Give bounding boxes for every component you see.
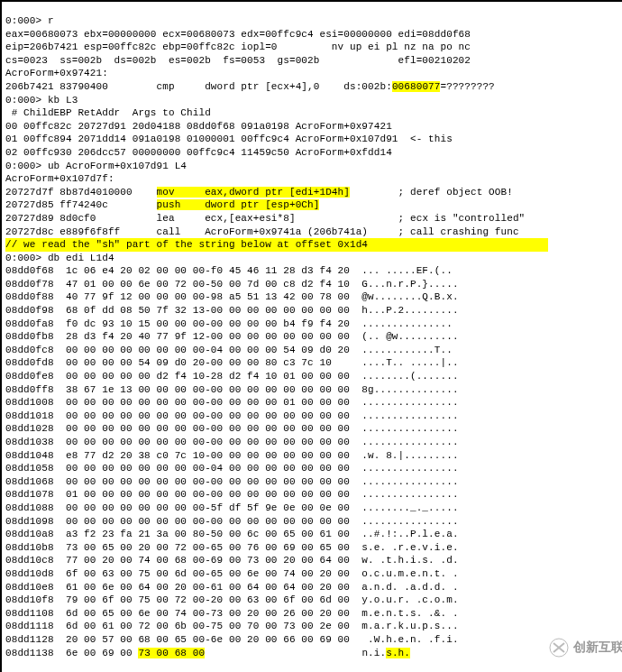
- hex-row: 08dd1088 00 00 00 00 00 00 00 00-5f df 5…: [5, 502, 620, 515]
- stack-frame: 00 00ffc82c 20727d91 20d04188 08dd0f68 0…: [5, 120, 620, 133]
- hex-row: 08dd1018 00 00 00 00 00 00 00 00-00 00 0…: [5, 410, 620, 423]
- hex-row: 08dd1108 6d 00 65 00 6e 00 74 00-73 00 2…: [5, 607, 620, 621]
- hex-row: 08dd10a8 a3 f2 23 fa 21 3a 00 80-50 00 6…: [5, 528, 620, 541]
- watermark-text: 创新互联: [573, 640, 622, 656]
- registers-line: eax=00680073 ebx=00000000 ecx=00680073 e…: [5, 28, 620, 41]
- debugger-output: 0:000> reax=00680073 ebx=00000000 ecx=00…: [2, 12, 622, 662]
- hex-row: 08dd1128 20 00 57 00 68 00 65 00-6e 00 2…: [5, 633, 620, 647]
- hex-row: 08dd1048 e8 77 d2 20 38 c0 7c 10-00 00 0…: [5, 449, 620, 463]
- hex-row: 08dd10f8 79 00 6f 00 75 00 72 00-20 00 6…: [5, 594, 620, 607]
- cmd-r: 0:000> r: [5, 14, 620, 28]
- hex-row: 08dd0f68 1c 06 e4 20 02 00 00 00-f0 45 4…: [5, 264, 620, 278]
- cmd-kb: 0:000> kb L3: [5, 94, 620, 107]
- disasm-line: 20727d85 ff74240c push dword ptr [esp+0C…: [5, 198, 620, 212]
- hex-row: 08dd1038 00 00 00 00 00 00 00 00-00 00 0…: [5, 436, 620, 449]
- symbol-line: AcroForm+0x97421:: [5, 67, 620, 80]
- disasm-line: 20727d7f 8b87d4010000 mov eax,dword ptr …: [5, 186, 620, 199]
- hex-row: 08dd0fe8 00 00 00 00 00 d2 f4 10-28 d2 f…: [5, 370, 620, 383]
- watermark-icon: [548, 637, 570, 658]
- last-row-ascii-highlight: s.h.: [386, 648, 410, 658]
- stack-header: # ChildEBP RetAddr Args to Child: [5, 106, 620, 120]
- disasm-line: 20727d8c e889f6f8ff call AcroForm+0x9741…: [5, 226, 620, 239]
- hex-row: 08dd0fc8 00 00 00 00 00 00 00 00-04 00 0…: [5, 344, 620, 357]
- hex-row: 08dd10b8 73 00 65 00 20 00 72 00-65 00 7…: [5, 541, 620, 555]
- disasm-line: 20727d89 8d0cf0 lea ecx,[eax+esi*8] ; ec…: [5, 212, 620, 226]
- disasm-highlight: push dword ptr [esp+0Ch]: [157, 199, 320, 210]
- stack-frame: 02 00ffc930 206dcc57 00000000 00ffc9c4 1…: [5, 146, 620, 160]
- hex-row-last: 08dd1138 6e 00 69 00 73 00 68 00 n.i.s.h…: [5, 647, 620, 660]
- hex-row: 08dd0fd8 00 00 00 00 54 09 d0 20-00 00 0…: [5, 356, 620, 370]
- hex-row: 08dd0fa8 f0 dc 93 10 15 00 00 00-00 00 0…: [5, 318, 620, 331]
- ub-header: AcroForm+0x107d7f:: [5, 172, 620, 186]
- crash-instruction: 206b7421 83790400 cmp dword ptr [ecx+4],…: [5, 80, 620, 94]
- hex-row: 08dd10e8 61 00 6e 00 64 00 20 00-61 00 6…: [5, 581, 620, 594]
- watermark-logo: 创新互联: [548, 637, 622, 658]
- hex-row: 08dd0ff8 38 67 1e 13 00 00 00 00-00 00 0…: [5, 383, 620, 397]
- cmd-db: 0:000> db edi L1d4: [5, 252, 620, 265]
- hex-row: 08dd1118 6d 00 61 00 72 00 6b 00-75 00 7…: [5, 620, 620, 633]
- comment-text: // we read the "sh" part of the string b…: [5, 239, 368, 250]
- hex-row: 08dd0f78 47 01 00 00 6e 00 72 00-50 00 7…: [5, 278, 620, 291]
- hex-row: 08dd10c8 77 00 20 00 74 00 68 00-69 00 7…: [5, 554, 620, 567]
- hex-row: 08dd1058 00 00 00 00 00 00 00 00-04 00 0…: [5, 462, 620, 475]
- registers-line: eip=206b7421 esp=00ffc82c ebp=00ffc82c i…: [5, 41, 620, 54]
- hex-row: 08dd1078 01 00 00 00 00 00 00 00-00 00 0…: [5, 488, 620, 502]
- hex-row: 08dd1028 00 00 00 00 00 00 00 00-00 00 0…: [5, 422, 620, 436]
- disasm-highlight: mov eax,dword ptr [edi+1D4h]: [157, 187, 350, 198]
- stack-frame: 01 00ffc894 2071dd14 091a0198 01000001 0…: [5, 133, 620, 146]
- comment-bar: // we read the "sh" part of the string b…: [5, 238, 548, 252]
- cmd-ub: 0:000> ub AcroForm+0x107d91 L4: [5, 160, 620, 173]
- hex-row: 08dd0f88 40 77 9f 12 00 00 00 00-98 a5 5…: [5, 290, 620, 304]
- hex-row: 08dd1098 00 00 00 00 00 00 00 00-00 00 0…: [5, 515, 620, 529]
- hex-row: 08dd0fb8 28 d3 f4 20 40 77 9f 12-00 00 0…: [5, 330, 620, 344]
- hex-row: 08dd10d8 6f 00 63 00 75 00 6d 00-65 00 6…: [5, 567, 620, 581]
- hex-row: 08dd1008 00 00 00 00 00 00 00 00-00 00 0…: [5, 396, 620, 410]
- last-row-hex-highlight: 73 00 68 00: [138, 648, 205, 658]
- crash-address-highlight: 00680077: [392, 81, 441, 92]
- hex-row: 08dd0f98 68 0f dd 08 50 7f 32 13-00 00 0…: [5, 304, 620, 318]
- hex-row: 08dd1068 00 00 00 00 00 00 00 00-00 00 0…: [5, 475, 620, 489]
- registers-line: cs=0023 ss=002b ds=002b es=002b fs=0053 …: [5, 54, 620, 68]
